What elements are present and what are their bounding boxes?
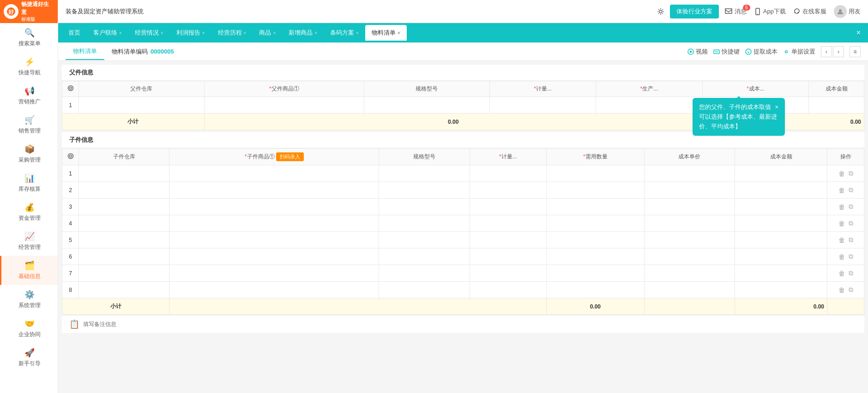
copy-icon-1[interactable]: ⧉ bbox=[849, 169, 853, 177]
sidebar-item-7[interactable]: 📈经营管理 bbox=[0, 227, 58, 256]
app-download-item[interactable]: App下载 bbox=[754, 7, 786, 16]
copy-icon-5[interactable]: ⧉ bbox=[849, 236, 853, 244]
close-all-icon[interactable]: × bbox=[853, 29, 864, 37]
child-spec-2[interactable] bbox=[379, 182, 470, 199]
child-req-qty-7[interactable] bbox=[547, 265, 644, 282]
child-unit-8[interactable] bbox=[470, 282, 546, 298]
parent-unit-cell[interactable] bbox=[489, 97, 596, 114]
parent-product-cell[interactable] bbox=[204, 97, 364, 114]
child-unit-3[interactable] bbox=[470, 199, 546, 215]
nav-tab-close-7[interactable]: × bbox=[356, 30, 359, 36]
child-spec-4[interactable] bbox=[379, 215, 470, 232]
settings-icon[interactable] bbox=[657, 8, 664, 15]
next-btn[interactable]: › bbox=[833, 46, 844, 57]
sidebar-item-10[interactable]: 🤝企业协同 bbox=[0, 314, 58, 343]
delete-icon-5[interactable]: 🗑 bbox=[838, 236, 845, 244]
child-unit-1[interactable] bbox=[470, 165, 546, 182]
shortcut-btn[interactable]: 快捷键 bbox=[713, 48, 740, 56]
delete-icon-3[interactable]: 🗑 bbox=[838, 203, 845, 211]
child-unit-cost-1[interactable] bbox=[644, 165, 735, 182]
sidebar-item-0[interactable]: 🔍搜索菜单 bbox=[0, 23, 58, 52]
child-warehouse-6[interactable] bbox=[79, 248, 169, 265]
child-unit-cost-2[interactable] bbox=[644, 182, 735, 199]
delete-icon-8[interactable]: 🗑 bbox=[838, 286, 845, 294]
sidebar-item-1[interactable]: ⚡快捷导航 bbox=[0, 52, 58, 81]
child-unit-5[interactable] bbox=[470, 232, 546, 248]
sidebar-item-4[interactable]: 📦采购管理 bbox=[0, 139, 58, 169]
nav-tab-close-2[interactable]: × bbox=[161, 30, 163, 36]
copy-icon-6[interactable]: ⧉ bbox=[849, 253, 853, 260]
child-req-qty-2[interactable] bbox=[547, 182, 644, 199]
child-req-qty-1[interactable] bbox=[547, 165, 644, 182]
parent-th-settings[interactable] bbox=[62, 81, 79, 97]
child-unit-cost-3[interactable] bbox=[644, 199, 735, 215]
parent-warehouse-cell[interactable] bbox=[79, 97, 205, 114]
nav-tab-5[interactable]: 商品× bbox=[253, 25, 282, 41]
child-warehouse-5[interactable] bbox=[79, 232, 169, 248]
nav-tab-close-4[interactable]: × bbox=[244, 30, 247, 36]
child-warehouse-3[interactable] bbox=[79, 199, 169, 215]
delete-icon-4[interactable]: 🗑 bbox=[838, 220, 845, 227]
parent-spec-cell[interactable] bbox=[364, 97, 490, 114]
child-unit-7[interactable] bbox=[470, 265, 546, 282]
delete-icon-2[interactable]: 🗑 bbox=[838, 187, 845, 194]
nav-tab-2[interactable]: 经营情况× bbox=[128, 25, 170, 41]
copy-icon-8[interactable]: ⧉ bbox=[849, 286, 853, 294]
child-product-5[interactable] bbox=[169, 232, 379, 248]
delete-icon-1[interactable]: 🗑 bbox=[838, 170, 845, 177]
single-settings-btn[interactable]: 单据设置 bbox=[783, 48, 815, 56]
tooltip-close-btn[interactable]: × bbox=[775, 103, 778, 112]
copy-icon-7[interactable]: ⧉ bbox=[849, 269, 853, 277]
delete-icon-7[interactable]: 🗑 bbox=[838, 270, 845, 277]
user-avatar-item[interactable]: 用友 bbox=[834, 5, 861, 18]
child-unit-4[interactable] bbox=[470, 215, 546, 232]
nav-tab-7[interactable]: 条码方案× bbox=[324, 25, 365, 41]
note-label[interactable]: 填写备注信息 bbox=[83, 320, 116, 328]
copy-icon-4[interactable]: ⧉ bbox=[849, 219, 853, 227]
nav-tab-close-1[interactable]: × bbox=[119, 30, 122, 36]
child-product-1[interactable] bbox=[169, 165, 379, 182]
sidebar-item-6[interactable]: 💰资金管理 bbox=[0, 198, 58, 227]
child-warehouse-7[interactable] bbox=[79, 265, 169, 282]
sidebar-item-5[interactable]: 📊库存核算 bbox=[0, 169, 58, 198]
child-unit-2[interactable] bbox=[470, 182, 546, 199]
child-req-qty-5[interactable] bbox=[547, 232, 644, 248]
scan-input-btn[interactable]: 扫码录入 bbox=[276, 152, 304, 161]
child-unit-cost-6[interactable] bbox=[644, 248, 735, 265]
child-product-2[interactable] bbox=[169, 182, 379, 199]
child-th-settings[interactable] bbox=[62, 149, 79, 165]
child-warehouse-8[interactable] bbox=[79, 282, 169, 298]
child-unit-cost-8[interactable] bbox=[644, 282, 735, 298]
nav-tab-1[interactable]: 客户联络× bbox=[87, 25, 128, 41]
child-unit-cost-7[interactable] bbox=[644, 265, 735, 282]
nav-tab-8[interactable]: 物料清单× bbox=[365, 25, 407, 41]
child-spec-1[interactable] bbox=[379, 165, 470, 182]
nav-tab-6[interactable]: 新增商品× bbox=[282, 25, 324, 41]
trial-button[interactable]: 体验行业方案 bbox=[670, 5, 719, 18]
child-spec-7[interactable] bbox=[379, 265, 470, 282]
sub-tab-list[interactable]: 物料清单 bbox=[66, 43, 104, 60]
sidebar-item-11[interactable]: 🚀新手引导 bbox=[0, 343, 58, 372]
sidebar-item-3[interactable]: 🛒销售管理 bbox=[0, 110, 58, 139]
child-product-7[interactable] bbox=[169, 265, 379, 282]
nav-tab-0[interactable]: 首页 bbox=[62, 25, 87, 41]
nav-tab-3[interactable]: 利润报告× bbox=[170, 25, 211, 41]
child-req-qty-3[interactable] bbox=[547, 199, 644, 215]
video-btn[interactable]: 视频 bbox=[687, 48, 708, 56]
nav-tab-close-8[interactable]: × bbox=[398, 30, 400, 36]
child-req-qty-8[interactable] bbox=[547, 282, 644, 298]
child-spec-6[interactable] bbox=[379, 248, 470, 265]
child-product-6[interactable] bbox=[169, 248, 379, 265]
child-unit-cost-4[interactable] bbox=[644, 215, 735, 232]
sidebar-item-8[interactable]: 🗂️基础信息 bbox=[0, 256, 58, 285]
child-product-8[interactable] bbox=[169, 282, 379, 298]
child-spec-3[interactable] bbox=[379, 199, 470, 215]
child-spec-8[interactable] bbox=[379, 282, 470, 298]
copy-icon-3[interactable]: ⧉ bbox=[849, 203, 853, 211]
nav-tab-close-6[interactable]: × bbox=[314, 30, 317, 36]
delete-icon-6[interactable]: 🗑 bbox=[838, 253, 845, 260]
child-req-qty-6[interactable] bbox=[547, 248, 644, 265]
child-product-3[interactable] bbox=[169, 199, 379, 215]
extract-cost-btn[interactable]: ¥ 提取成本 bbox=[745, 48, 778, 56]
online-service-item[interactable]: 在线客服 bbox=[793, 7, 826, 16]
